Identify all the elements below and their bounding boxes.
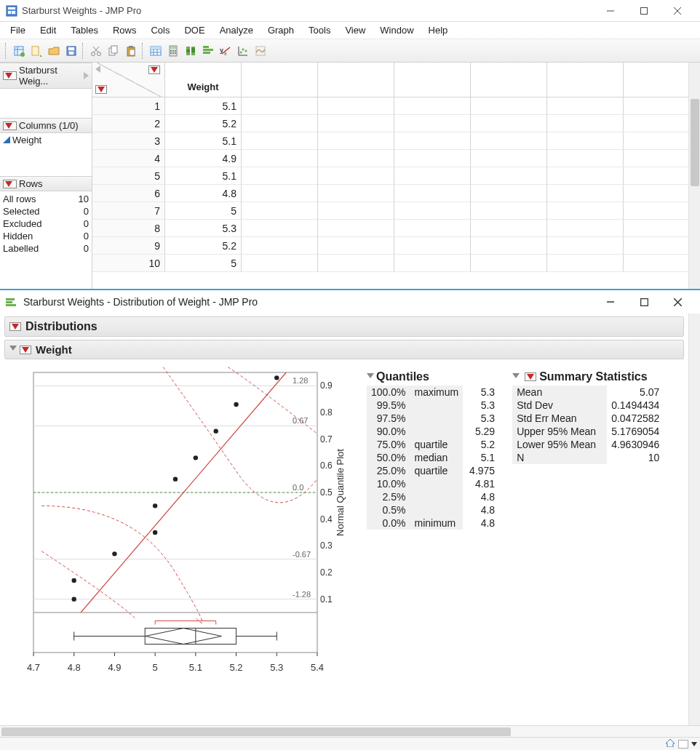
distributions-section[interactable]: Distributions bbox=[4, 316, 684, 337]
maximize-button[interactable] bbox=[627, 291, 661, 313]
home-icon[interactable] bbox=[665, 738, 675, 749]
row-stat[interactable]: Selected0 bbox=[3, 205, 89, 218]
cell-empty[interactable] bbox=[547, 150, 624, 167]
table-row[interactable]: 15.1 bbox=[92, 97, 700, 115]
cell-empty[interactable] bbox=[471, 150, 547, 167]
table-row[interactable]: 75 bbox=[92, 202, 700, 220]
cell[interactable]: 5 bbox=[165, 255, 242, 272]
save-icon[interactable] bbox=[63, 43, 79, 59]
cell[interactable]: 5.1 bbox=[165, 167, 242, 185]
cell-empty[interactable] bbox=[471, 202, 547, 220]
row-stat[interactable]: Labelled0 bbox=[3, 242, 89, 255]
cell[interactable]: 5.2 bbox=[165, 115, 242, 132]
toolbar-grip[interactable] bbox=[5, 43, 8, 59]
normal-quantile-plot[interactable]: -1.28-0.670.00.671.280.10.20.30.40.50.60… bbox=[12, 365, 354, 687]
cell-empty[interactable] bbox=[547, 237, 624, 255]
back-icon[interactable] bbox=[95, 65, 100, 73]
cell[interactable]: 5.1 bbox=[165, 132, 242, 150]
cell-empty[interactable] bbox=[547, 255, 624, 272]
table-row[interactable]: 95.2 bbox=[92, 237, 700, 255]
red-triangle-icon[interactable] bbox=[3, 121, 17, 130]
cell[interactable]: 5.3 bbox=[165, 220, 242, 237]
menu-tables[interactable]: Tables bbox=[63, 23, 106, 37]
open-icon[interactable] bbox=[46, 43, 62, 59]
row-number[interactable]: 8 bbox=[92, 220, 165, 237]
cell-empty[interactable] bbox=[471, 237, 547, 255]
cell-empty[interactable] bbox=[318, 150, 394, 167]
cell-empty[interactable] bbox=[318, 97, 394, 115]
cell-empty[interactable] bbox=[318, 185, 394, 202]
cell-empty[interactable] bbox=[394, 132, 471, 150]
red-triangle-icon[interactable] bbox=[3, 180, 17, 188]
cell-empty[interactable] bbox=[547, 220, 624, 237]
cell-empty[interactable] bbox=[547, 185, 624, 202]
menu-analyze[interactable]: Analyze bbox=[212, 23, 260, 37]
cell-empty[interactable] bbox=[394, 220, 471, 237]
cell-empty[interactable] bbox=[547, 97, 624, 115]
cell-empty[interactable] bbox=[318, 237, 394, 255]
vertical-scrollbar[interactable] bbox=[688, 314, 700, 725]
close-button[interactable] bbox=[661, 291, 694, 313]
menu-help[interactable]: Help bbox=[421, 23, 456, 37]
cell-empty[interactable] bbox=[394, 97, 471, 115]
row-stat[interactable]: All rows10 bbox=[3, 193, 89, 205]
row-number[interactable]: 7 bbox=[92, 202, 165, 220]
row-number[interactable]: 6 bbox=[92, 185, 165, 202]
cell[interactable]: 4.9 bbox=[165, 150, 242, 167]
column-header-weight[interactable]: Weight bbox=[165, 63, 242, 97]
column-header-empty[interactable] bbox=[394, 63, 471, 97]
cell-empty[interactable] bbox=[471, 115, 547, 132]
cell-empty[interactable] bbox=[394, 167, 471, 185]
cell-empty[interactable] bbox=[547, 202, 624, 220]
cell-empty[interactable] bbox=[394, 237, 471, 255]
paste-icon[interactable] bbox=[123, 43, 139, 59]
status-box[interactable] bbox=[678, 740, 688, 749]
cell-empty[interactable] bbox=[318, 255, 394, 272]
dropdown-icon[interactable] bbox=[691, 742, 697, 746]
column-item[interactable]: Weight bbox=[3, 135, 89, 145]
row-stat[interactable]: Excluded0 bbox=[3, 218, 89, 230]
cell-empty[interactable] bbox=[471, 255, 547, 272]
table-row[interactable]: 44.9 bbox=[92, 150, 700, 167]
weight-section[interactable]: Weight bbox=[4, 340, 684, 359]
panel-table[interactable]: Starburst Weig... bbox=[0, 63, 92, 89]
cell-empty[interactable] bbox=[242, 97, 318, 115]
menu-tools[interactable]: Tools bbox=[301, 23, 338, 37]
cell-empty[interactable] bbox=[394, 185, 471, 202]
toolbar-grip-2[interactable] bbox=[142, 43, 145, 59]
red-triangle-icon[interactable] bbox=[3, 71, 17, 80]
data-grid[interactable]: Weight 15.125.235.144.955.164.87585.395.… bbox=[92, 63, 700, 289]
profiler-icon[interactable] bbox=[252, 43, 269, 59]
menu-cols[interactable]: Cols bbox=[143, 23, 177, 37]
cell-empty[interactable] bbox=[242, 202, 318, 220]
red-triangle-icon[interactable] bbox=[148, 65, 160, 74]
data-table-icon[interactable] bbox=[148, 43, 164, 59]
cell-empty[interactable] bbox=[318, 167, 394, 185]
column-header-empty[interactable] bbox=[547, 63, 624, 97]
cell-empty[interactable] bbox=[394, 202, 471, 220]
fit-model-icon[interactable]: yx bbox=[218, 43, 234, 59]
column-header-empty[interactable] bbox=[318, 63, 394, 97]
cell-empty[interactable] bbox=[242, 185, 318, 202]
cell-empty[interactable] bbox=[547, 132, 624, 150]
summary-header[interactable]: Summary Statistics bbox=[512, 368, 664, 386]
table-row[interactable]: 85.3 bbox=[92, 220, 700, 237]
row-number[interactable]: 5 bbox=[92, 167, 165, 185]
cell-empty[interactable] bbox=[394, 115, 471, 132]
red-triangle-icon[interactable] bbox=[20, 346, 31, 354]
corner-cell[interactable] bbox=[92, 63, 165, 97]
cell-empty[interactable] bbox=[547, 115, 624, 132]
cell[interactable]: 5.1 bbox=[165, 97, 242, 115]
minimize-button[interactable] bbox=[594, 291, 627, 313]
red-triangle-icon[interactable] bbox=[95, 85, 107, 94]
cell-empty[interactable] bbox=[242, 237, 318, 255]
panel-rows[interactable]: Rows bbox=[0, 176, 92, 191]
menu-window[interactable]: Window bbox=[373, 23, 421, 37]
cell-empty[interactable] bbox=[318, 115, 394, 132]
red-triangle-icon[interactable] bbox=[525, 372, 536, 381]
menu-rows[interactable]: Rows bbox=[106, 23, 144, 37]
cell-empty[interactable] bbox=[318, 220, 394, 237]
close-button[interactable] bbox=[661, 0, 694, 22]
cell[interactable]: 5.2 bbox=[165, 237, 242, 255]
cell-empty[interactable] bbox=[394, 150, 471, 167]
